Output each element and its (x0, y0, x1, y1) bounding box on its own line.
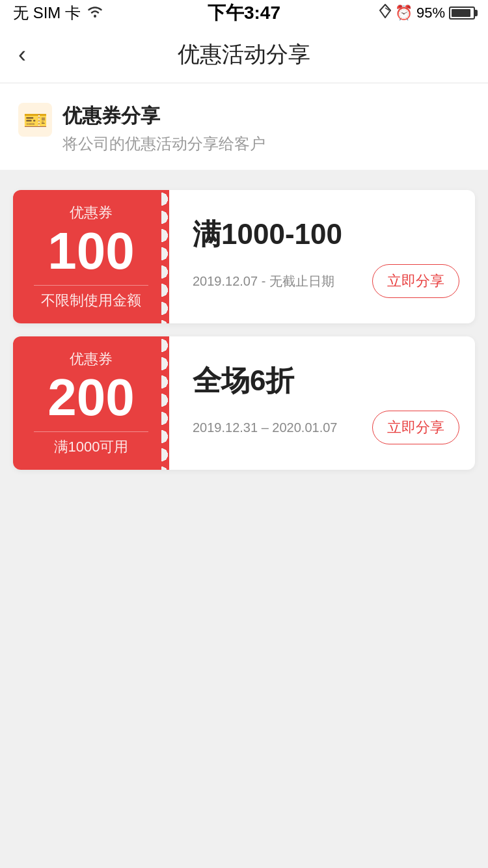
section-subtitle: 将公司的优惠活动分享给客户 (62, 133, 265, 154)
coupon-amount-2: 200 (47, 372, 134, 424)
coupon-card-2: 优惠券 200 满1000可用 全场6折 2019.12.31 – 2020.0… (13, 336, 475, 470)
status-left: 无 SIM 卡 (13, 3, 104, 23)
coupon-date-2: 2019.12.31 – 2020.01.07 (193, 420, 366, 435)
coupon-left-1: 优惠券 100 不限制使用金额 (13, 190, 169, 323)
coupon-date-1: 2019.12.07 - 无截止日期 (193, 273, 366, 290)
coupon-list: 优惠券 100 不限制使用金额 满1000-100 2019.12.07 - 无… (0, 170, 488, 489)
coupon-meta-2: 2019.12.31 – 2020.01.07 立即分享 (193, 411, 459, 444)
no-sim-text: 无 SIM 卡 (13, 3, 81, 23)
coupon-condition-1: 不限制使用金额 (41, 291, 141, 310)
page-title: 优惠活动分享 (178, 40, 310, 70)
coupon-divider-2 (34, 431, 148, 432)
status-right: ⏰ 95% (379, 4, 475, 22)
section-header: 🎫 优惠券分享 将公司的优惠活动分享给客户 (0, 83, 488, 170)
section-title: 优惠券分享 (62, 103, 265, 129)
coupon-card-1: 优惠券 100 不限制使用金额 满1000-100 2019.12.07 - 无… (13, 190, 475, 323)
share-button-1[interactable]: 立即分享 (372, 264, 459, 298)
coupon-divider-1 (34, 285, 148, 286)
back-button[interactable]: ‹ (18, 41, 26, 68)
svg-point-0 (94, 15, 96, 18)
coupon-right-1: 满1000-100 2019.12.07 - 无截止日期 立即分享 (169, 190, 475, 323)
coupon-name-1: 满1000-100 (193, 215, 459, 254)
share-button-2[interactable]: 立即分享 (372, 411, 459, 444)
battery-icon (449, 7, 475, 20)
section-icon: 🎫 (18, 103, 52, 137)
section-text-block: 优惠券分享 将公司的优惠活动分享给客户 (62, 103, 265, 154)
nav-bar: ‹ 优惠活动分享 (0, 26, 488, 83)
coupon-label-1: 优惠券 (70, 203, 113, 223)
status-time: 下午3:47 (208, 1, 280, 25)
bottom-space (0, 489, 488, 868)
coupon-name-2: 全场6折 (193, 362, 459, 400)
alarm-icon: ⏰ (395, 5, 413, 21)
coupon-label-2: 优惠券 (70, 349, 113, 369)
coupon-amount-1: 100 (47, 225, 134, 277)
coupon-condition-2: 满1000可用 (54, 437, 129, 457)
coupon-right-2: 全场6折 2019.12.31 – 2020.01.07 立即分享 (169, 336, 475, 470)
status-bar: 无 SIM 卡 下午3:47 ⏰ 95% (0, 0, 488, 26)
coupon-meta-1: 2019.12.07 - 无截止日期 立即分享 (193, 264, 459, 298)
location-icon (379, 4, 391, 22)
battery-percent: 95% (416, 5, 445, 21)
coupon-left-2: 优惠券 200 满1000可用 (13, 336, 169, 470)
wifi-icon (86, 4, 104, 22)
